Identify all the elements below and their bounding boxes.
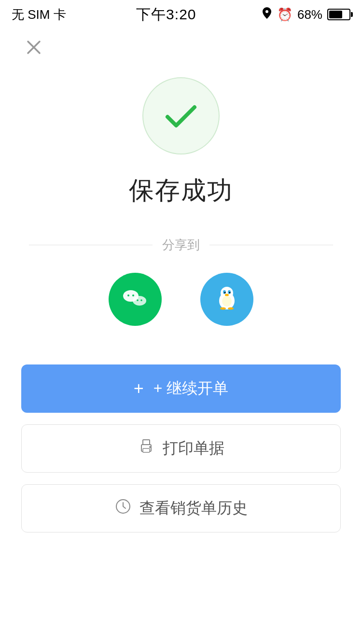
divider-line-right bbox=[209, 245, 333, 245]
qq-icon bbox=[211, 283, 243, 315]
print-icon bbox=[138, 438, 155, 459]
success-circle bbox=[142, 77, 220, 154]
divider-line-left bbox=[29, 245, 153, 245]
print-button[interactable]: 打印单据 bbox=[21, 424, 341, 473]
plus-icon: + bbox=[134, 378, 144, 399]
continue-button[interactable]: + + 继续开单 bbox=[21, 364, 341, 413]
qq-share-button[interactable] bbox=[200, 273, 253, 326]
battery-percent: 68% bbox=[297, 7, 322, 22]
share-divider: 分享到 bbox=[0, 237, 362, 253]
svg-point-15 bbox=[222, 296, 232, 307]
share-icons bbox=[109, 273, 253, 326]
continue-label: + 继续开单 bbox=[153, 378, 229, 399]
svg-point-16 bbox=[220, 308, 226, 310]
svg-point-5 bbox=[132, 294, 134, 296]
main-content: 保存成功 分享到 bbox=[0, 29, 362, 532]
history-label: 查看销货单历史 bbox=[139, 498, 248, 519]
share-label: 分享到 bbox=[153, 237, 209, 253]
svg-point-14 bbox=[225, 294, 229, 296]
battery-icon bbox=[327, 9, 350, 20]
success-title: 保存成功 bbox=[129, 174, 233, 208]
action-buttons: + + 继续开单 打印单据 查看销货单历 bbox=[0, 364, 362, 532]
svg-point-7 bbox=[140, 299, 142, 301]
wechat-icon bbox=[119, 283, 151, 315]
status-right: ⏰ 68% bbox=[262, 7, 350, 23]
wechat-share-button[interactable] bbox=[109, 273, 162, 326]
checkmark-icon bbox=[162, 97, 200, 135]
location-icon bbox=[262, 7, 272, 23]
history-button[interactable]: 查看销货单历史 bbox=[21, 484, 341, 532]
svg-point-3 bbox=[133, 296, 146, 306]
svg-point-13 bbox=[229, 292, 231, 294]
status-left: 无 SIM 卡 bbox=[12, 6, 71, 23]
svg-point-21 bbox=[149, 446, 151, 448]
svg-rect-20 bbox=[143, 448, 150, 452]
status-bar: 无 SIM 卡 下午3:20 ⏰ 68% bbox=[0, 0, 362, 29]
history-icon bbox=[114, 498, 132, 519]
svg-point-17 bbox=[228, 308, 234, 310]
svg-rect-19 bbox=[143, 440, 150, 445]
svg-point-6 bbox=[137, 299, 139, 301]
print-label: 打印单据 bbox=[163, 438, 224, 459]
svg-point-4 bbox=[127, 294, 129, 296]
carrier-text: 无 SIM 卡 bbox=[12, 6, 66, 23]
battery-fill bbox=[329, 11, 342, 18]
svg-point-12 bbox=[224, 292, 226, 294]
status-time: 下午3:20 bbox=[136, 5, 196, 25]
alarm-icon: ⏰ bbox=[277, 7, 292, 22]
